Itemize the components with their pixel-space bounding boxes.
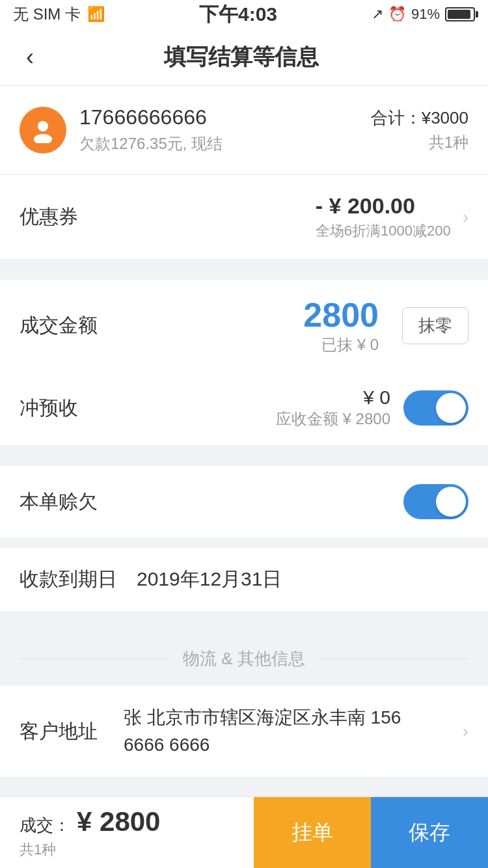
battery-icon xyxy=(445,7,475,21)
transaction-value: 2800 xyxy=(303,295,379,334)
toggle-knob xyxy=(436,393,466,423)
amount-col: 2800 已抹 ¥ 0 xyxy=(303,295,379,355)
customer-debt: 欠款1276.35元, 现结 xyxy=(79,133,223,154)
due-date-row: 收款到期日 2019年12月31日 xyxy=(0,548,488,611)
prepay-toggle[interactable] xyxy=(403,390,468,426)
total-count: 共1种 xyxy=(371,132,468,153)
summary-label: 成交： xyxy=(20,814,70,837)
wifi-icon: 📶 xyxy=(87,6,105,23)
avatar xyxy=(20,107,66,154)
status-left: 无 SIM 卡 📶 xyxy=(13,4,105,25)
logistics-label: 物流 & 其他信息 xyxy=(20,647,468,670)
coupon-description: 全场6折满1000减200 xyxy=(316,221,451,241)
battery-percent: 91% xyxy=(411,6,440,23)
debt-row: 本单赊欠 xyxy=(0,466,488,537)
prepay-right: ¥ 0 应收金额 ¥ 2800 xyxy=(276,387,468,429)
location-icon: ↗ xyxy=(372,6,383,23)
coupon-discount: - ¥ 200.00 xyxy=(316,193,451,219)
nav-bar: ‹ 填写结算等信息 xyxy=(0,29,488,86)
address-row[interactable]: 客户地址 张 北京市市辖区海淀区永丰南 156 6666 6666 › xyxy=(0,686,488,777)
due-date-section: 收款到期日 2019年12月31日 xyxy=(0,548,488,611)
address-label: 客户地址 xyxy=(20,718,111,745)
prepay-label: 冲预收 xyxy=(20,395,124,422)
due-date-value: 2019年12月31日 xyxy=(137,566,282,593)
page-title: 填写结算等信息 xyxy=(53,42,429,72)
status-time: 下午4:03 xyxy=(199,1,277,28)
debt-label: 本单赊欠 xyxy=(20,489,124,515)
transaction-section: 成交金额 2800 已抹 ¥ 0 抹零 冲预收 ¥ 0 应收金额 ¥ 2800 xyxy=(0,280,488,445)
prepay-amount-col: ¥ 0 应收金额 ¥ 2800 xyxy=(276,387,390,429)
address-value: 张 北京市市辖区海淀区永丰南 156 6666 6666 xyxy=(124,704,444,759)
svg-point-0 xyxy=(38,121,48,131)
summary-row: 成交： ¥ 2800 xyxy=(20,806,234,837)
save-button[interactable]: 保存 xyxy=(371,797,488,869)
logistics-header: 物流 & 其他信息 xyxy=(0,632,488,686)
logistics-label-text: 物流 & 其他信息 xyxy=(183,647,305,670)
alarm-icon: ⏰ xyxy=(388,6,406,23)
main-content: 17666666666 欠款1276.35元, 现结 合计：¥3000 共1种 … xyxy=(0,86,488,868)
status-right: ↗ ⏰ 91% xyxy=(372,6,475,23)
customer-phone: 17666666666 xyxy=(79,105,223,129)
no-sim-text: 无 SIM 卡 xyxy=(13,4,81,25)
debt-section: 本单赊欠 xyxy=(0,466,488,537)
summary-count: 共1种 xyxy=(20,840,234,860)
section-divider-1 xyxy=(0,269,488,280)
transaction-amount-row: 成交金额 2800 已抹 ¥ 0 抹零 xyxy=(0,280,488,371)
customer-info: 17666666666 欠款1276.35元, 现结 xyxy=(79,105,223,154)
back-button[interactable]: ‹ xyxy=(20,37,40,77)
customer-left: 17666666666 欠款1276.35元, 现结 xyxy=(20,105,223,154)
total-label: 合计：¥3000 xyxy=(371,107,468,129)
address-chevron-icon: › xyxy=(463,721,468,742)
transaction-sub: 已抹 ¥ 0 xyxy=(303,334,379,355)
coupon-right: - ¥ 200.00 全场6折满1000减200 › xyxy=(316,193,468,241)
bottom-summary: 成交： ¥ 2800 共1种 xyxy=(0,806,254,860)
due-date-label: 收款到期日 xyxy=(20,566,124,593)
round-zero-button[interactable]: 抹零 xyxy=(402,307,468,344)
bottom-bar: 成交： ¥ 2800 共1种 挂单 保存 xyxy=(0,796,488,868)
hang-order-button[interactable]: 挂单 xyxy=(254,797,371,869)
chevron-right-icon: › xyxy=(463,207,468,228)
customer-right: 合计：¥3000 共1种 xyxy=(371,107,468,153)
section-divider-3 xyxy=(0,621,488,632)
debt-toggle-knob xyxy=(436,487,466,517)
transaction-label: 成交金额 xyxy=(20,312,124,339)
prepay-amount: ¥ 0 xyxy=(276,387,390,409)
section-divider-2 xyxy=(0,455,488,466)
amount-row-right: 2800 已抹 ¥ 0 抹零 xyxy=(303,295,468,355)
customer-card: 17666666666 欠款1276.35元, 现结 合计：¥3000 共1种 xyxy=(0,86,488,174)
status-bar: 无 SIM 卡 📶 下午4:03 ↗ ⏰ 91% xyxy=(0,0,488,29)
debt-toggle[interactable] xyxy=(403,484,468,519)
summary-amount: ¥ 2800 xyxy=(77,806,160,837)
prepay-sub: 应收金额 ¥ 2800 xyxy=(276,409,390,429)
coupon-label: 优惠券 xyxy=(20,204,78,230)
prepay-row: 冲预收 ¥ 0 应收金额 ¥ 2800 xyxy=(0,371,488,445)
coupon-row[interactable]: 优惠券 - ¥ 200.00 全场6折满1000减200 › xyxy=(0,175,488,259)
svg-point-1 xyxy=(34,134,52,143)
